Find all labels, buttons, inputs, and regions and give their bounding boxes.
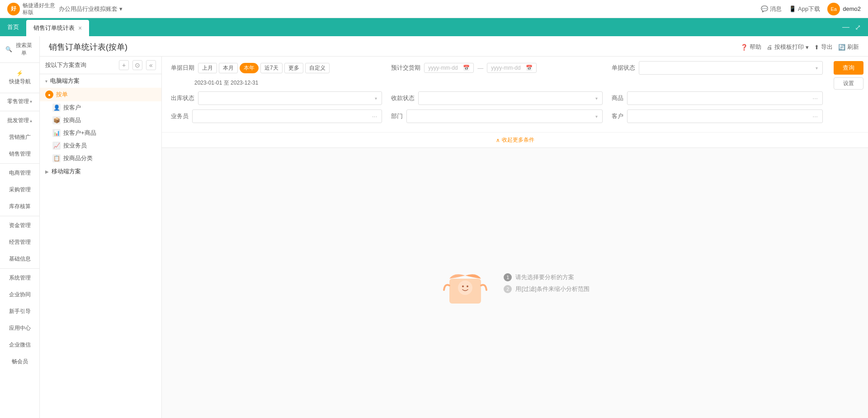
- dept-arrow: ▾: [595, 114, 598, 119]
- salesperson-more-icon[interactable]: ···: [372, 113, 377, 120]
- minimize-button[interactable]: —: [842, 23, 849, 31]
- settings-scheme-button[interactable]: ⊙: [132, 60, 142, 70]
- dept-select[interactable]: ▾: [406, 109, 602, 123]
- customer-filter: 客户 ···: [612, 109, 823, 123]
- tab-home[interactable]: 首页: [0, 18, 26, 36]
- add-scheme-button[interactable]: +: [119, 60, 129, 70]
- delivery-date-label: 预计交货期: [391, 64, 420, 72]
- tree-item-by-order[interactable]: ● 按单: [40, 88, 161, 101]
- sidebar-item-wechat[interactable]: 企业微信: [0, 337, 39, 353]
- delivery-date-filter: 预计交货期 yyyy-mm-dd 📅 — yyyy-mm-dd 📅: [391, 63, 602, 73]
- chevron-down-icon: ▾: [30, 99, 32, 104]
- tree-item-by-goods-category[interactable]: 📋 按商品分类: [40, 152, 161, 165]
- sidebar-item-enterprise[interactable]: 企业协同: [0, 286, 39, 303]
- hint-num-2: 2: [504, 285, 512, 293]
- empty-svg: [440, 258, 490, 308]
- bill-status-arrow: ▾: [816, 66, 818, 71]
- sidebar-item-newuser[interactable]: 新手引导: [0, 303, 39, 320]
- cust-goods-icon: 📊: [52, 129, 61, 137]
- tree-item-by-customer-goods[interactable]: 📊 按客户+商品: [40, 127, 161, 139]
- sidebar-item-appcenter[interactable]: 应用中心: [0, 320, 39, 337]
- user-info[interactable]: Ea demo2: [827, 3, 861, 15]
- customer-more-icon[interactable]: ···: [812, 113, 818, 120]
- page-header: 销售订单统计表(按单) ❓ 帮助 🖨 按模板打印 ▾ ⬆ 导出 🔄 刷新: [40, 36, 868, 57]
- sidebar-item-ecommerce[interactable]: 电商管理: [0, 165, 39, 181]
- left-panel-actions: + ⊙ «: [119, 60, 156, 70]
- goods-cat-icon: 📋: [52, 154, 61, 162]
- tree-item-by-customer[interactable]: 👤 按客户: [40, 101, 161, 114]
- sidebar-item-retail[interactable]: 零售管理 ▾: [0, 93, 39, 110]
- sidebar-item-sales[interactable]: 销售管理: [0, 146, 39, 162]
- right-actions: 查询 设置: [834, 61, 863, 90]
- topbar-right: 💬 消息 📱 App下载 Ea demo2: [761, 3, 861, 15]
- message-button[interactable]: 💬 消息: [761, 5, 782, 13]
- custom-date-btn[interactable]: 自定义: [305, 63, 330, 73]
- sidebar-item-finance[interactable]: 资金管理: [0, 217, 39, 234]
- sidebar-item-purchase[interactable]: 采购管理: [0, 181, 39, 198]
- receipt-status-filter: 收款状态 ▾: [391, 91, 602, 105]
- print-button[interactable]: 🖨 按模板打印 ▾: [767, 43, 809, 51]
- help-button[interactable]: ❓ 帮助: [741, 43, 761, 51]
- active-dot: ●: [45, 90, 53, 99]
- app-title-dropdown[interactable]: 办公用品行业模拟账套 ▾: [59, 5, 123, 13]
- goods-more-icon[interactable]: ···: [812, 95, 818, 102]
- nav-divider-2: [0, 163, 39, 164]
- query-button[interactable]: 查询: [834, 61, 863, 75]
- collapse-bar[interactable]: ∧ 收起更多条件: [162, 133, 868, 148]
- sidebar-item-quick-nav[interactable]: ⚡ 快捷导航: [0, 66, 39, 90]
- sidebar-item-business[interactable]: 经营管理: [0, 234, 39, 251]
- tree-expand-mobile-icon[interactable]: ▶: [45, 169, 49, 174]
- app-download-button[interactable]: 📱 App下载: [789, 5, 820, 13]
- sidebar-item-basic[interactable]: 基础信息: [0, 251, 39, 267]
- tree-item-by-salesperson[interactable]: 📈 按业务员: [40, 139, 161, 152]
- customer-input[interactable]: ···: [627, 109, 823, 123]
- help-icon: ❓: [741, 44, 748, 51]
- refresh-button[interactable]: 🔄 刷新: [838, 43, 859, 51]
- bill-status-select[interactable]: ▾: [639, 61, 823, 75]
- this-month-btn[interactable]: 本月: [219, 63, 238, 73]
- last7days-btn[interactable]: 近7天: [260, 63, 283, 73]
- customer-label: 客户: [612, 112, 623, 120]
- sidebar-item-inventory[interactable]: 库存核算: [0, 198, 39, 215]
- collapse-icon: ∧: [496, 137, 500, 143]
- tab-active[interactable]: 销售订单统计表 ×: [26, 20, 89, 36]
- dropdown-icon: ▾: [119, 5, 123, 12]
- delivery-date-start[interactable]: yyyy-mm-dd 📅: [424, 63, 474, 73]
- salesperson-input[interactable]: ···: [192, 109, 382, 123]
- collapse-panel-button[interactable]: «: [146, 60, 156, 70]
- out-status-arrow: ▾: [375, 96, 377, 101]
- tree-item-by-goods[interactable]: 📦 按商品: [40, 114, 161, 127]
- topbar: 好 畅捷通好生意 标版 办公用品行业模拟账套 ▾ 💬 消息 📱 App下载 Ea…: [0, 0, 868, 18]
- empty-illustration: [440, 258, 490, 308]
- more-date-btn[interactable]: 更多: [284, 63, 303, 73]
- topbar-left: 好 畅捷通好生意 标版 办公用品行业模拟账套 ▾: [7, 2, 123, 15]
- sidebar: 🔍 搜索菜单 ⚡ 快捷导航 零售管理 ▾ 批发管理 ▴ 营销推广 销售管理 电商…: [0, 36, 40, 418]
- sidebar-item-wholesale[interactable]: 批发管理 ▴: [0, 112, 39, 129]
- this-year-btn[interactable]: 本年: [240, 63, 259, 73]
- page-actions: ❓ 帮助 🖨 按模板打印 ▾ ⬆ 导出 🔄 刷新: [741, 43, 859, 51]
- filter-area: 单据日期 上月 本月 本年 近7天 更多 自定义 预计交货期: [162, 57, 868, 133]
- export-button[interactable]: ⬆ 导出: [814, 43, 833, 51]
- tree-expand-icon[interactable]: ▾: [45, 79, 47, 84]
- receipt-status-select[interactable]: ▾: [418, 91, 602, 105]
- sidebar-item-system[interactable]: 系统管理: [0, 270, 39, 286]
- date-quick-group: 上月 本月 本年 近7天 更多 自定义: [198, 63, 330, 73]
- out-status-filter: 出库状态 ▾: [171, 91, 382, 105]
- tab-close-button[interactable]: ×: [78, 24, 82, 32]
- bill-status-label: 单据状态: [612, 64, 635, 72]
- setting-button[interactable]: 设置: [834, 77, 863, 90]
- sidebar-item-marketing[interactable]: 营销推广: [0, 129, 39, 146]
- maximize-button[interactable]: ⤢: [855, 23, 861, 32]
- search-menu-button[interactable]: 🔍 搜索菜单: [4, 40, 36, 59]
- sidebar-item-member[interactable]: 畅会员: [0, 353, 39, 370]
- dept-label: 部门: [391, 112, 403, 120]
- download-icon: 📱: [789, 5, 796, 12]
- logo-text: 畅捷通好生意 标版: [23, 2, 55, 15]
- out-status-select[interactable]: ▾: [198, 91, 382, 105]
- empty-state: 1 请先选择要分析的方案 2 用[过滤]条件来缩小分析范围: [162, 148, 868, 418]
- last-month-btn[interactable]: 上月: [198, 63, 217, 73]
- goods-filter: 商品 ···: [612, 91, 823, 105]
- print-icon: 🖨: [767, 44, 773, 51]
- delivery-date-end[interactable]: yyyy-mm-dd 📅: [487, 63, 537, 73]
- goods-input[interactable]: ···: [627, 91, 823, 105]
